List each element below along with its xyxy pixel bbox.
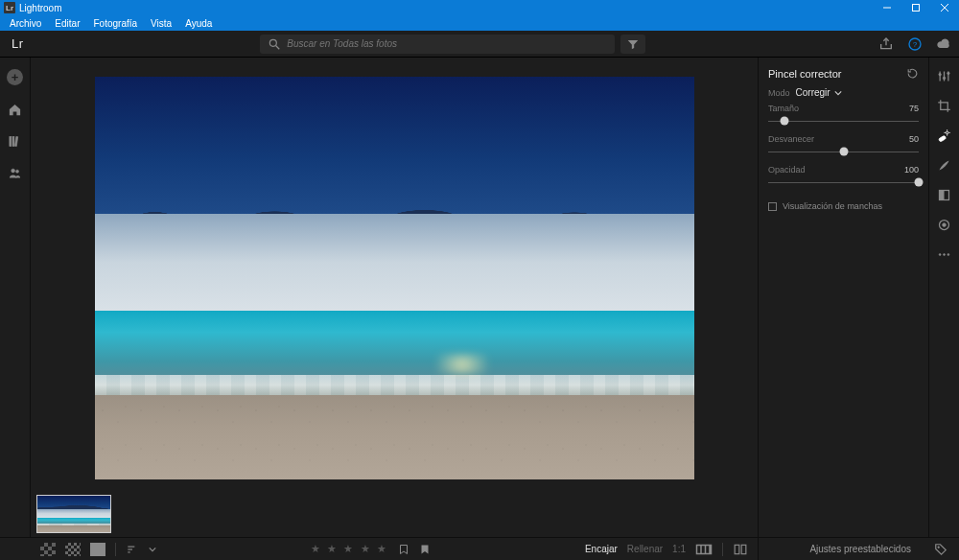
app-header: Lr ? [0,31,959,58]
slider-value: 75 [909,104,919,113]
zoom-fit-button[interactable]: Encajar [585,544,618,554]
left-navigation: + [0,58,31,537]
chevron-down-icon[interactable] [149,546,156,553]
svg-point-30 [944,254,946,256]
add-photo-button[interactable]: + [7,69,23,85]
zoom-fill-button[interactable]: Rellenar [627,544,663,554]
app-logo: Lr [8,36,28,51]
slider-knob[interactable] [915,178,924,187]
mode-label: Modo [768,88,790,98]
svg-point-18 [947,72,950,75]
crop-icon[interactable] [937,99,951,113]
linear-gradient-icon[interactable] [937,188,951,202]
grid-large-view-button[interactable] [65,543,81,556]
svg-text:?: ? [913,39,918,48]
library-icon[interactable] [8,134,22,149]
people-icon[interactable] [8,166,22,180]
grid-small-view-button[interactable] [40,543,56,556]
more-icon[interactable] [937,247,951,262]
svg-rect-10 [14,136,17,146]
menu-vista[interactable]: Vista [145,18,177,29]
svg-rect-39 [735,545,739,553]
svg-point-11 [12,169,15,173]
slider-label: Opacidad [768,165,806,175]
slider-opacity[interactable]: Opacidad100 [768,165,919,188]
svg-rect-1 [913,5,920,12]
radial-gradient-icon[interactable] [937,218,951,232]
menubar: Archivo Editar Fotografía Vista Ayuda [0,15,959,31]
slider-label: Tamaño [768,104,799,113]
svg-point-12 [16,170,19,173]
mode-selector[interactable]: Modo Corregir [768,87,919,98]
reset-icon[interactable] [906,67,919,80]
app-icon: Lr [4,2,15,13]
svg-rect-19 [938,135,946,142]
sort-icon[interactable] [126,543,139,556]
adjust-icon[interactable] [937,69,951,83]
healing-brush-icon[interactable] [937,128,951,143]
maximize-button[interactable] [901,0,930,15]
slider-feather[interactable]: Desvanecer50 [768,134,919,157]
svg-rect-26 [940,191,945,200]
cloud-icon[interactable] [936,36,951,52]
photo-canvas[interactable] [95,77,694,479]
menu-ayuda[interactable]: Ayuda [179,18,218,29]
workspace [31,58,758,537]
help-icon[interactable]: ? [907,36,923,52]
flag-reject-icon[interactable] [419,544,431,555]
filter-button[interactable] [620,35,645,54]
svg-rect-40 [741,545,746,553]
tag-icon[interactable] [934,543,947,556]
single-view-button[interactable] [90,543,105,556]
svg-point-28 [943,223,947,227]
slider-knob[interactable] [839,148,848,156]
svg-point-29 [939,254,941,256]
tool-rail [928,58,959,537]
svg-rect-37 [702,546,705,553]
canvas-area[interactable] [31,58,758,491]
svg-rect-36 [697,546,700,553]
healing-brush-panel: Pincel corrector Modo Corregir Tamaño75 … [758,58,928,537]
slider-value: 100 [904,165,919,175]
search-box[interactable] [260,35,615,54]
share-icon[interactable] [878,36,894,52]
menu-editar[interactable]: Editar [49,18,85,29]
menu-fotografia[interactable]: Fotografía [87,18,143,29]
window-title: Lightroom [19,3,873,13]
minimize-button[interactable] [873,0,901,15]
svg-point-41 [938,546,940,548]
svg-line-5 [276,45,280,49]
svg-point-31 [947,254,949,256]
filmstrip [31,491,758,537]
filmstrip-toggle-icon[interactable] [695,544,713,555]
svg-point-17 [943,77,946,80]
slider-label: Desvanecer [768,134,814,144]
flag-pick-icon[interactable] [398,544,409,555]
brush-icon[interactable] [937,158,951,173]
panel-title: Pincel corrector [768,68,841,80]
checkbox-label: Visualización de manchas [783,201,882,211]
close-button[interactable] [930,0,959,15]
home-icon[interactable] [8,103,22,117]
search-input[interactable] [287,38,607,49]
svg-rect-8 [10,137,12,147]
compare-icon[interactable] [733,543,748,556]
svg-point-4 [270,39,277,46]
chevron-down-icon [834,89,842,97]
checkbox-icon [768,202,777,211]
slider-knob[interactable] [781,117,789,126]
status-bar: ★ ★ ★ ★ ★ Encajar Rellenar 1:1 Ajustes p… [0,537,959,560]
thumbnail[interactable] [36,495,111,533]
mode-value: Corregir [796,87,830,98]
spot-visualization-checkbox[interactable]: Visualización de manchas [768,201,919,211]
funnel-icon [626,37,640,51]
presets-button[interactable]: Ajustes preestablecidos [809,544,911,554]
slider-value: 50 [909,134,919,144]
slider-size[interactable]: Tamaño75 [768,104,919,127]
svg-point-16 [939,73,942,76]
rating-stars[interactable]: ★ ★ ★ ★ ★ [311,543,387,555]
zoom-ratio-button[interactable]: 1:1 [672,544,686,554]
menu-archivo[interactable]: Archivo [4,18,47,29]
svg-rect-9 [12,137,14,147]
svg-rect-38 [706,546,709,553]
